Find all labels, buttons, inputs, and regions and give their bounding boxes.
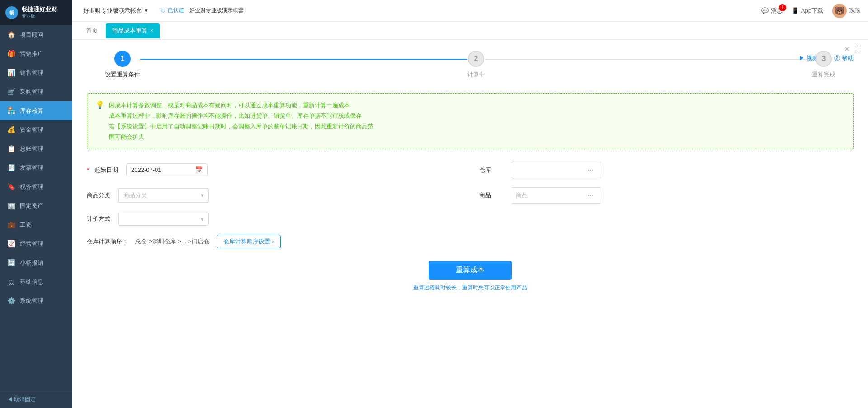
- info-text: 因成本计算参数调整，或是对商品成本有疑问时，可以通过成本重算功能，重新计算一遍成…: [109, 100, 373, 142]
- sidebar-item-invoice[interactable]: 🧾 发票管理: [0, 158, 72, 177]
- tab-close-icon[interactable]: ×: [150, 28, 153, 34]
- sidebar-label-system: 系统管理: [20, 297, 43, 305]
- sidebar-item-tax[interactable]: 🔖 税务管理: [0, 177, 72, 196]
- tab-cost-recalc[interactable]: 商品成本重算 ×: [106, 23, 160, 38]
- recalc-cost-button[interactable]: 重算成本: [429, 261, 512, 280]
- sidebar-label-basic: 基础信息: [20, 278, 43, 286]
- sidebar: 畅 畅捷通好业财 专业版 🏠 项目顾问 🎁 营销推广 📊 销售管理 🛒 采购管理…: [0, 0, 72, 408]
- goods-input[interactable]: 商品 ···: [511, 187, 601, 204]
- goods-placeholder: 商品: [516, 191, 528, 199]
- warehouse-order-label: 仓库计算顺序：: [87, 237, 128, 246]
- sidebar-item-marketing[interactable]: 🎁 营销推广: [0, 44, 72, 63]
- sidebar-label-ops: 经营管理: [20, 240, 43, 248]
- logo-badge: 专业版: [22, 13, 57, 19]
- step-3-num: 3: [822, 55, 826, 63]
- unpin-label: ◀ 取消固定: [7, 396, 36, 403]
- topbar: 好业财专业版演示帐套 ▾ 🛡 已认证 好业财专业版演示帐套 💬 消息 1 📱 A…: [72, 0, 868, 22]
- goods-dots-icon[interactable]: ···: [585, 190, 596, 200]
- purchase-icon: 🛒: [7, 88, 15, 96]
- tab-home[interactable]: 首页: [80, 23, 104, 38]
- app-download-button[interactable]: 📱 App下载: [792, 7, 823, 15]
- pricing-label: 计价方式: [87, 215, 114, 223]
- account-selector[interactable]: 好业财专业版演示帐套 ▾: [80, 5, 151, 17]
- expand-window-button[interactable]: ⛶: [854, 45, 861, 53]
- info-line-2: 成本重算过程中，影响库存账的操作均不能操作，比如进货单、销货单、库存单据不能审核…: [109, 110, 373, 121]
- goods-group: 商品 商品 ···: [479, 187, 854, 204]
- sidebar-label-expense: 小畅报销: [20, 259, 43, 267]
- expense-icon: 🔄: [7, 259, 15, 267]
- warehouse-order-value: 总仓->深圳仓库->...->门店仓: [135, 237, 209, 246]
- message-button[interactable]: 💬 消息 1: [761, 7, 783, 15]
- user-avatar[interactable]: 🐻 珠珠: [832, 4, 861, 18]
- start-date-input[interactable]: 2022-07-01 📅: [126, 163, 208, 176]
- warehouse-order-settings-button[interactable]: 仓库计算顺序设置 ›: [217, 235, 281, 248]
- step-2: 2 计算中: [467, 51, 485, 79]
- calendar-icon[interactable]: 📅: [195, 166, 203, 173]
- tab-cost-recalc-label: 商品成本重算: [112, 27, 147, 35]
- sidebar-label-marketing: 营销推广: [20, 50, 43, 58]
- sidebar-item-finance[interactable]: 💰 资金管理: [0, 120, 72, 139]
- warehouse-order-row: 仓库计算顺序： 总仓->深圳仓库->...->门店仓 仓库计算顺序设置 ›: [87, 235, 854, 248]
- message-badge: 1: [779, 4, 786, 11]
- info-line-1: 因成本计算参数调整，或是对商品成本有疑问时，可以通过成本重算功能，重新计算一遍成…: [109, 100, 373, 110]
- sidebar-label-project: 项目顾问: [20, 31, 43, 39]
- goods-label: 商品: [479, 191, 506, 199]
- logo-text-block: 畅捷通好业财 专业版: [22, 6, 57, 20]
- assets-icon: 🏢: [7, 202, 15, 210]
- step-1-circle: 1: [114, 51, 131, 67]
- sidebar-item-accounting[interactable]: 📋 总账管理: [0, 139, 72, 158]
- sidebar-item-expense[interactable]: 🔄 小畅报销: [0, 253, 72, 272]
- sidebar-label-tax: 税务管理: [20, 183, 43, 191]
- sidebar-unpin-button[interactable]: ◀ 取消固定: [0, 391, 72, 408]
- category-chevron-icon: ▾: [201, 192, 204, 199]
- invoice-icon: 🧾: [7, 164, 15, 172]
- marketing-icon: 🎁: [7, 50, 15, 58]
- warehouse-dots-icon[interactable]: ···: [585, 165, 596, 175]
- start-date-value: 2022-07-01: [131, 166, 161, 173]
- tax-icon: 🔖: [7, 183, 15, 191]
- verified-badge: 🛡 已认证: [160, 7, 184, 14]
- step-3-label: 重算完成: [812, 71, 835, 79]
- sidebar-item-salary[interactable]: 💼 工资: [0, 215, 72, 234]
- sidebar-item-system[interactable]: ⚙️ 系统管理: [0, 291, 72, 310]
- main-area: 好业财专业版演示帐套 ▾ 🛡 已认证 好业财专业版演示帐套 💬 消息 1 📱 A…: [72, 0, 868, 408]
- sidebar-item-project[interactable]: 🏠 项目顾问: [0, 25, 72, 44]
- account-full-name: 好业财专业版演示帐套: [189, 7, 244, 14]
- inventory-icon: 🏪: [7, 107, 15, 115]
- calc-button-area: 重算成本 重算过程耗时较长，重算时您可以正常使用产品: [87, 261, 854, 292]
- sidebar-item-assets[interactable]: 🏢 固定资产: [0, 196, 72, 215]
- project-icon: 🏠: [7, 31, 15, 39]
- system-icon: ⚙️: [7, 297, 15, 305]
- calc-note: 重算过程耗时较长，重算时您可以正常使用产品: [413, 284, 527, 292]
- sidebar-item-ops[interactable]: 📈 经营管理: [0, 234, 72, 253]
- logo-icon: 畅: [5, 6, 18, 19]
- avatar: 🐻: [832, 4, 847, 18]
- user-name: 珠珠: [849, 7, 861, 15]
- warehouse-input[interactable]: ···: [511, 162, 601, 178]
- category-select[interactable]: 商品分类 ▾: [118, 188, 209, 203]
- step-2-label: 计算中: [467, 71, 485, 79]
- step-2-num: 2: [474, 55, 478, 63]
- sidebar-item-sales[interactable]: 📊 销售管理: [0, 63, 72, 82]
- sidebar-label-accounting: 总账管理: [20, 145, 43, 153]
- message-icon: 💬: [761, 7, 769, 14]
- sidebar-item-inventory[interactable]: 🏪 库存核算: [0, 101, 72, 120]
- warehouse-group: 仓库 ···: [479, 162, 854, 178]
- step-3-circle: 3: [816, 51, 832, 67]
- account-name: 好业财专业版演示帐套: [83, 7, 142, 15]
- salary-icon: 💼: [7, 221, 15, 229]
- sidebar-label-inventory: 库存核算: [20, 107, 43, 115]
- step-3: 3 重算完成: [812, 51, 835, 79]
- form-row-2: 商品分类 商品分类 ▾ 商品 商品 ···: [87, 187, 854, 204]
- steps-row: 1 设置重算条件 2 计算中 3: [105, 51, 835, 79]
- sidebar-item-purchase[interactable]: 🛒 采购管理: [0, 82, 72, 101]
- pricing-select[interactable]: ▾: [118, 213, 209, 226]
- tab-home-label: 首页: [86, 27, 98, 34]
- sidebar-label-invoice: 发票管理: [20, 164, 43, 172]
- content-area: × ⛶ 1 设置重算条件 2 计算中: [72, 40, 868, 408]
- finance-icon: 💰: [7, 126, 15, 134]
- lightbulb-icon: 💡: [95, 100, 104, 109]
- help-link[interactable]: ② 帮助: [834, 54, 854, 62]
- sidebar-item-basic[interactable]: 🗂 基础信息: [0, 272, 72, 291]
- form-row-1: * 起始日期 2022-07-01 📅 仓库 ···: [87, 162, 854, 178]
